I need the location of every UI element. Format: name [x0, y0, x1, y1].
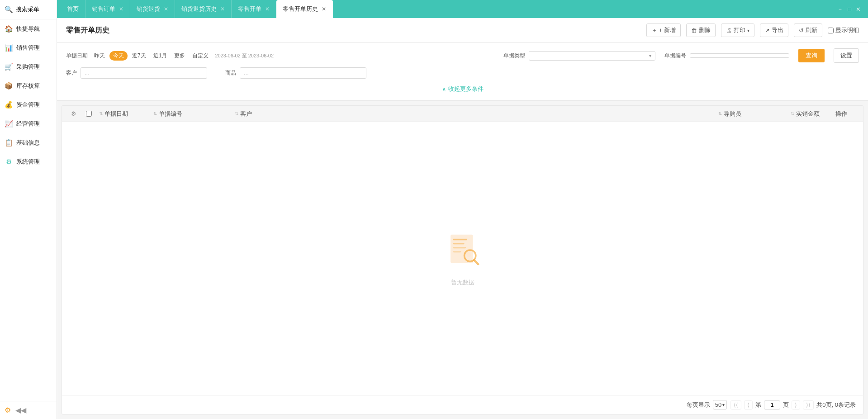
tab-sales-order[interactable]: 销售订单 ✕ [85, 0, 130, 18]
svg-rect-3 [453, 247, 466, 249]
doc-no-filter-group: 单据编号 [664, 52, 789, 60]
tab-sales-return-history[interactable]: 销货退货历史 ✕ [175, 0, 232, 18]
tab-bar: 首页 销售订单 ✕ 销货退货 ✕ 销货退货历史 ✕ 零售开单 ✕ 零售开单历史 … [57, 0, 868, 18]
empty-illustration [442, 231, 483, 271]
col-amount-label: 实销金额 [796, 110, 820, 118]
tab-retail-open[interactable]: 零售开单 ✕ [232, 0, 276, 18]
tab-close-active-icon[interactable]: ✕ [322, 6, 326, 12]
tab-sales-return-history-label: 销货退货历史 [181, 5, 217, 13]
next-page-button[interactable]: ⟩ [792, 400, 800, 410]
page-size-select[interactable]: 50 ▾ [713, 400, 727, 410]
operation-icon: 📈 [5, 120, 13, 128]
export-button[interactable]: ↗ 导出 [760, 24, 788, 37]
tab-close-icon[interactable]: ✕ [220, 6, 225, 12]
tab-retail-open-history[interactable]: 零售开单历史 ✕ [276, 0, 333, 18]
maximize-icon[interactable]: □ [848, 6, 851, 13]
query-button[interactable]: 查询 [798, 49, 825, 62]
doc-type-label: 单据类型 [503, 52, 525, 60]
select-all-checkbox[interactable] [82, 111, 95, 117]
sidebar-item-basic-info[interactable]: 📋 基础信息 [0, 133, 57, 152]
refresh-button[interactable]: ↺ 刷新 [794, 24, 822, 37]
show-detail-checkbox[interactable] [828, 28, 834, 33]
collapse-filter-label: 收起更多条件 [448, 85, 484, 93]
tab-sales-return[interactable]: 销货退货 ✕ [130, 0, 175, 18]
collapse-sidebar-icon[interactable]: ◀◀ [15, 406, 26, 414]
pagination: 每页显示 50 ▾ ⟨⟨ ⟨ 第 页 ⟩ ⟩⟩ 共0页, 0条记录 [62, 395, 863, 414]
shortcut-7days[interactable]: 近7天 [129, 51, 149, 61]
page-size-chevron-icon: ▾ [722, 402, 725, 407]
sidebar-item-inventory[interactable]: 📦 库存核算 [0, 76, 57, 95]
first-page-button[interactable]: ⟨⟨ [730, 400, 741, 410]
sidebar-item-finance[interactable]: 💰 资金管理 [0, 95, 57, 114]
show-detail-toggle[interactable]: 显示明细 [828, 26, 859, 34]
tab-sales-order-label: 销售订单 [92, 5, 115, 13]
delete-button[interactable]: 🗑 删除 [686, 24, 716, 37]
prev-page-button[interactable]: ⟨ [744, 400, 753, 410]
delete-label: 删除 [699, 26, 711, 34]
sort-icon: ⇅ [153, 111, 157, 116]
svg-point-7 [466, 252, 471, 257]
page-number-input[interactable] [764, 400, 780, 410]
col-header-salesperson[interactable]: ⇅ 导购员 [715, 110, 769, 118]
doc-type-select[interactable]: ▾ [529, 51, 655, 61]
goods-input[interactable]: ... [240, 67, 366, 79]
sidebar-item-label: 资金管理 [16, 101, 40, 109]
empty-state: 暂无数据 [62, 122, 863, 395]
page-size-group: 每页显示 50 ▾ [687, 400, 727, 410]
search-menu-item[interactable]: 🔍 搜索采单 [0, 0, 57, 19]
refresh-label: 刷新 [806, 26, 817, 34]
doc-no-label: 单据编号 [664, 52, 686, 60]
shortcut-custom[interactable]: 自定义 [190, 51, 211, 61]
setting-button[interactable]: 设置 [834, 48, 859, 63]
header-checkbox[interactable] [86, 111, 92, 117]
customer-dots: ... [85, 70, 90, 76]
col-date-label: 单据日期 [104, 110, 128, 118]
last-page-button[interactable]: ⟩⟩ [803, 400, 814, 410]
sidebar-item-operation[interactable]: 📈 经营管理 [0, 114, 57, 133]
sidebar-item-label: 采购管理 [16, 63, 40, 71]
col-header-date[interactable]: ⇅ 单据日期 [95, 110, 150, 118]
settings-icon[interactable]: ⚙ [5, 406, 11, 414]
svg-rect-4 [453, 251, 461, 253]
shortcut-1month[interactable]: 近1月 [151, 51, 170, 61]
tab-close-icon[interactable]: ✕ [164, 6, 168, 12]
column-settings-icon[interactable]: ⚙ [66, 110, 82, 117]
tab-home-label: 首页 [67, 5, 79, 13]
shortcut-yesterday[interactable]: 昨天 [91, 51, 108, 61]
sidebar-item-label: 基础信息 [16, 139, 40, 147]
add-button[interactable]: ＋ + 新增 [646, 24, 681, 37]
print-label: 打印 [734, 26, 745, 34]
sidebar: 🔍 搜索采单 🏠 快捷导航 📊 销售管理 🛒 采购管理 📦 库存核算 💰 资金管… [0, 0, 57, 419]
search-icon: 🔍 [5, 5, 13, 14]
home-icon: 🏠 [5, 25, 13, 33]
date-filter-label: 单据日期 [66, 52, 88, 60]
export-label: 导出 [772, 26, 783, 34]
inventory-icon: 📦 [5, 82, 13, 90]
goods-filter-group: 商品 ... [225, 67, 366, 79]
col-header-docno[interactable]: ⇅ 单据编号 [150, 110, 231, 118]
delete-icon: 🗑 [691, 27, 697, 34]
sidebar-item-quick-nav[interactable]: 🏠 快捷导航 [0, 19, 57, 38]
col-header-customer[interactable]: ⇅ 客户 [231, 110, 715, 118]
sidebar-item-system[interactable]: ⚙ 系统管理 [0, 152, 57, 171]
customer-input[interactable]: ... [81, 67, 207, 79]
print-button[interactable]: 🖨 打印 ▾ [721, 24, 754, 37]
refresh-icon: ↺ [799, 27, 804, 34]
sidebar-item-purchase-mgmt[interactable]: 🛒 采购管理 [0, 57, 57, 76]
tab-close-icon[interactable]: ✕ [119, 6, 123, 12]
sidebar-item-label: 库存核算 [16, 82, 40, 90]
minimize-icon[interactable]: － [837, 5, 843, 13]
collapse-filter-btn[interactable]: ∧ 收起更多条件 [66, 83, 859, 95]
shortcut-today[interactable]: 今天 [109, 51, 128, 61]
tab-close-icon[interactable]: ✕ [265, 6, 270, 12]
sidebar-item-label: 快捷导航 [16, 25, 40, 33]
window-close-icon[interactable]: ✕ [856, 6, 861, 13]
date-shortcuts: 昨天 今天 近7天 近1月 更多 自定义 [91, 51, 211, 61]
search-label: 搜索采单 [16, 5, 39, 14]
col-header-amount[interactable]: ⇅ 实销金额 [769, 110, 823, 118]
shortcut-more[interactable]: 更多 [171, 51, 188, 61]
tab-home[interactable]: 首页 [61, 0, 85, 18]
doc-no-input[interactable] [690, 53, 789, 58]
page-unit: 页 [783, 401, 789, 409]
sidebar-item-sales-mgmt[interactable]: 📊 销售管理 [0, 38, 57, 57]
